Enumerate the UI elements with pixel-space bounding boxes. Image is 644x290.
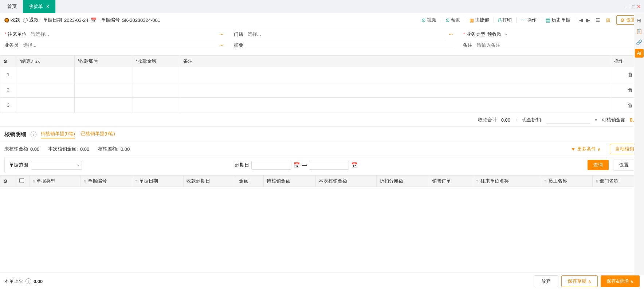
main-table: ⚙ *结算方式 *收款账号 *收款金额 备注	[0, 55, 644, 113]
row-2-note[interactable]	[180, 82, 611, 98]
range-select-wrap	[31, 161, 82, 170]
select-all-checkbox[interactable]	[19, 178, 24, 183]
tab-receipt-close[interactable]: ✕	[46, 4, 50, 9]
maximize-btn[interactable]: □	[632, 4, 635, 9]
table-settings-th[interactable]: ⚙	[0, 56, 16, 67]
video-icon: ⊙	[421, 17, 426, 23]
number-field: 单据编号 SK-20230324-001	[101, 17, 161, 23]
tab-receipt-label: 收款单	[29, 3, 43, 10]
divider3	[494, 17, 494, 23]
save-new-chevron-icon: ∧	[630, 279, 634, 284]
footer-info-icon[interactable]: i	[25, 278, 31, 284]
due-date-field: 到期日 2022-04-01 📅 — 2022-04-12 📅	[235, 161, 357, 170]
operate-btn[interactable]: ⋯ 操作	[519, 16, 538, 24]
verify-info-icon[interactable]: i	[31, 132, 36, 137]
help-btn[interactable]: ⊙ 帮助	[444, 16, 462, 24]
prev-btn[interactable]: ◀	[578, 16, 584, 24]
store-input[interactable]	[246, 30, 445, 38]
draft-chevron-icon: ∧	[588, 279, 592, 284]
row-3-jiesuan[interactable]	[16, 98, 75, 113]
discount-input[interactable]	[546, 116, 590, 124]
col-amount-th: *收款金额	[133, 56, 180, 67]
available-label: 可核销金额	[602, 117, 625, 123]
sidebar-table-icon[interactable]: ⊞	[635, 16, 644, 25]
save-draft-btn[interactable]: 保存草稿 ∧	[561, 275, 598, 287]
business-type-chevron[interactable]: ▾	[505, 32, 507, 36]
more-filter-btn[interactable]: ▼ 更多条件 ∧	[571, 146, 601, 152]
save-new-btn[interactable]: 保存&新增 ∧	[601, 275, 640, 287]
row-2-account[interactable]	[75, 82, 133, 98]
row-2-delete-btn[interactable]: 🗑	[627, 86, 633, 94]
unchecked-label: 未核销金额	[4, 146, 28, 152]
row-3-amount[interactable]	[133, 98, 180, 113]
staff-input[interactable]	[21, 41, 216, 49]
note-input[interactable]	[475, 41, 640, 49]
col-due-th: 收款到期日	[184, 176, 236, 187]
video-btn[interactable]: ⊙ 视频	[420, 16, 438, 24]
due-date-label: 到期日	[235, 162, 249, 168]
col-account-th: *收款账号	[75, 56, 133, 67]
bottom-table-area: ⚙ ⇅ 单据类型 ⇅ 单据编号 ⇅ 单据日期 收款到期日 金额 待核销金额 本次…	[0, 175, 644, 272]
date-from-input[interactable]: 2022-04-01	[251, 161, 291, 170]
history-btn[interactable]: ▤ 历史单据	[544, 16, 572, 24]
print-icon: ⎙	[498, 17, 501, 23]
sidebar-doc-icon[interactable]: 📋	[635, 27, 644, 36]
shortcut-btn[interactable]: ▦ 快捷键	[468, 16, 491, 24]
staff-more-btn[interactable]: ···	[218, 42, 225, 48]
counterparty-more-btn[interactable]: ···	[218, 31, 225, 37]
print-btn[interactable]: ⎙ 打印	[497, 16, 513, 24]
summary-input[interactable]	[246, 41, 455, 49]
grid-view-btn[interactable]: ⊞	[605, 16, 612, 24]
verify-settings-btn[interactable]: 设置	[613, 160, 635, 171]
sidebar-link-icon[interactable]: 🔗	[635, 38, 644, 47]
range-label: 单据范围	[9, 162, 28, 168]
close-btn[interactable]: ✕	[637, 4, 641, 9]
verify-section: 核销明细 i 待核销单据(0笔) 已核销单据(0笔) 未核销金额 0.00 本次…	[0, 127, 644, 272]
verify-tabs: 待核销单据(0笔) 已核销单据(0笔)	[41, 130, 115, 138]
date-from-calendar-icon[interactable]: 📅	[294, 162, 300, 168]
counterparty-input[interactable]	[29, 30, 216, 38]
sidebar-ai-icon[interactable]: Ai	[635, 49, 644, 58]
row-3-delete-btn[interactable]: 🗑	[627, 101, 633, 109]
table-config-icon[interactable]: ⚙	[3, 59, 8, 64]
bottom-check-th[interactable]	[16, 176, 30, 187]
date-to-calendar-icon[interactable]: 📅	[351, 162, 357, 168]
row-2-amount[interactable]	[133, 82, 180, 98]
window-controls: — □ ✕	[626, 4, 644, 9]
note-label: 备注	[463, 42, 472, 48]
row-1-amount[interactable]	[133, 67, 180, 82]
discard-btn[interactable]: 放弃	[534, 275, 558, 287]
counterparty-label: * 往来单位	[4, 31, 27, 38]
verify-query-row: 单据范围 到期日 2022-04-01 📅 — 2022-04-12 📅 查询 …	[4, 157, 640, 173]
tab-pending[interactable]: 待核销单据(0笔)	[41, 130, 75, 138]
query-btn[interactable]: 查询	[588, 160, 609, 170]
col-sales-order-th: 销售订单	[429, 176, 473, 187]
range-select[interactable]	[31, 161, 82, 170]
calendar-icon[interactable]: 📅	[91, 17, 97, 23]
row-2-jiesuan[interactable]	[16, 82, 75, 98]
next-btn[interactable]: ▶	[585, 16, 591, 24]
tab-receipt[interactable]: 收款单 ✕	[23, 0, 56, 13]
chevron-up-icon: ∧	[597, 146, 601, 152]
date-to-input[interactable]: 2022-04-12	[309, 161, 349, 170]
refund-radio[interactable]: 退款	[23, 17, 39, 23]
bottom-config-icon[interactable]: ⚙	[3, 179, 8, 184]
total-value: 0.00	[501, 117, 510, 123]
row-1-jiesuan[interactable]	[16, 67, 75, 82]
tab-home[interactable]: 首页	[1, 0, 23, 13]
business-type-label: * 业务类型	[463, 31, 485, 38]
row-2-num: 2	[0, 82, 16, 98]
minimize-btn[interactable]: —	[626, 4, 631, 9]
list-view-btn[interactable]: ☰	[594, 16, 602, 24]
row-3-account[interactable]	[75, 98, 133, 113]
bottom-settings-th[interactable]: ⚙	[0, 176, 16, 187]
row-1-delete-btn[interactable]: 🗑	[627, 71, 633, 78]
receipt-radio[interactable]: 收款	[4, 17, 20, 23]
row-1-account[interactable]	[75, 67, 133, 82]
row-3-note[interactable]	[180, 98, 611, 113]
tab-done[interactable]: 已核销单据(0笔)	[81, 130, 115, 138]
number-label: 单据编号	[101, 17, 120, 23]
row-1-note[interactable]	[180, 67, 611, 82]
store-more-btn[interactable]: ···	[447, 31, 455, 37]
form-area: * 往来单位 ··· 门店 ··· * 业务类型 预收款	[0, 27, 644, 55]
